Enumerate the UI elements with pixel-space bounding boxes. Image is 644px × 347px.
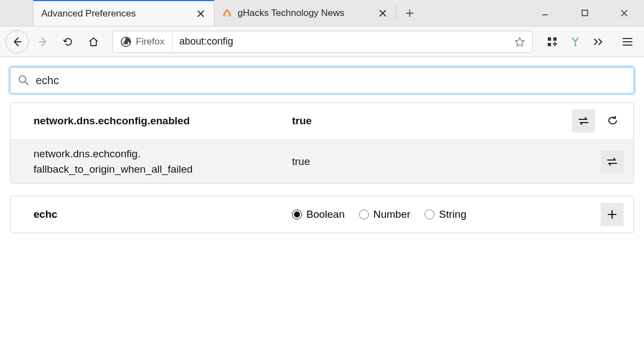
radio-boolean[interactable]: Boolean: [292, 208, 345, 221]
pref-name: network.dns.echconfig. fallback_to_origi…: [34, 146, 287, 177]
svg-rect-2: [548, 37, 551, 41]
tab-spacer: [0, 0, 33, 26]
svg-rect-3: [553, 37, 557, 41]
toggle-button[interactable]: [601, 150, 624, 173]
radio-label: Number: [373, 208, 411, 221]
forward-button: [32, 31, 54, 53]
navigation-toolbar: Firefox: [0, 26, 644, 57]
radio-label: String: [439, 208, 466, 221]
minimize-button[interactable]: [525, 0, 565, 26]
svg-rect-0: [582, 10, 587, 16]
close-window-button[interactable]: [604, 0, 644, 26]
window-controls: [525, 0, 644, 26]
pref-search-input[interactable]: [36, 74, 626, 87]
radio-label: Boolean: [306, 208, 345, 221]
tab-strip: Advanced Preferences gHacks Technology N…: [0, 0, 644, 26]
identity-label: Firefox: [136, 36, 164, 47]
toolbar-extensions: [541, 31, 610, 52]
search-icon: [18, 75, 29, 86]
ghacks-favicon-icon: [222, 8, 232, 18]
reload-button[interactable]: [57, 31, 79, 53]
pref-value: true: [292, 156, 595, 168]
new-tab-button[interactable]: [397, 0, 423, 26]
tab-title: gHacks Technology News: [238, 8, 372, 19]
home-button[interactable]: [82, 31, 104, 53]
radio-input-boolean[interactable]: [292, 210, 302, 219]
add-pref-button[interactable]: [601, 203, 624, 226]
tab-advanced-preferences[interactable]: Advanced Preferences: [33, 0, 214, 26]
back-button[interactable]: [5, 30, 29, 53]
bookmark-star-icon[interactable]: [511, 34, 528, 50]
new-pref-row: echc Boolean Number String: [10, 196, 634, 233]
svg-rect-4: [548, 43, 551, 46]
close-icon[interactable]: [195, 8, 206, 19]
close-icon[interactable]: [377, 8, 388, 19]
overflow-chevrons-icon[interactable]: [588, 31, 609, 52]
pref-type-radio-group: Boolean Number String: [292, 208, 595, 221]
url-bar[interactable]: Firefox: [112, 31, 533, 53]
pref-value: true: [292, 115, 566, 127]
toggle-button[interactable]: [572, 109, 595, 133]
hamburger-menu-button[interactable]: [617, 31, 639, 53]
pref-name: network.dns.echconfig.enabled: [34, 113, 287, 129]
radio-string[interactable]: String: [425, 208, 466, 221]
reset-button[interactable]: [601, 109, 624, 133]
pref-row[interactable]: network.dns.echconfig. fallback_to_origi…: [10, 140, 634, 183]
svg-point-5: [19, 76, 26, 82]
pref-table: network.dns.echconfig.enabled true netwo…: [10, 102, 634, 184]
pref-row[interactable]: network.dns.echconfig.enabled true: [10, 103, 634, 140]
tab-ghacks[interactable]: gHacks Technology News: [214, 0, 396, 26]
identity-box[interactable]: Firefox: [113, 31, 173, 52]
radio-number[interactable]: Number: [359, 208, 411, 221]
extension-grid-icon[interactable]: [542, 31, 563, 52]
radio-input-string[interactable]: [425, 210, 434, 219]
extension-y-icon[interactable]: [565, 31, 586, 52]
pref-search-box[interactable]: [10, 67, 634, 93]
new-pref-name: echc: [34, 207, 287, 222]
radio-input-number[interactable]: [359, 210, 369, 219]
url-input[interactable]: [173, 36, 511, 47]
about-config-content: network.dns.echconfig.enabled true netwo…: [0, 57, 644, 347]
tab-title: Advanced Preferences: [41, 8, 190, 19]
maximize-button[interactable]: [565, 0, 604, 26]
firefox-logo-icon: [120, 36, 131, 47]
